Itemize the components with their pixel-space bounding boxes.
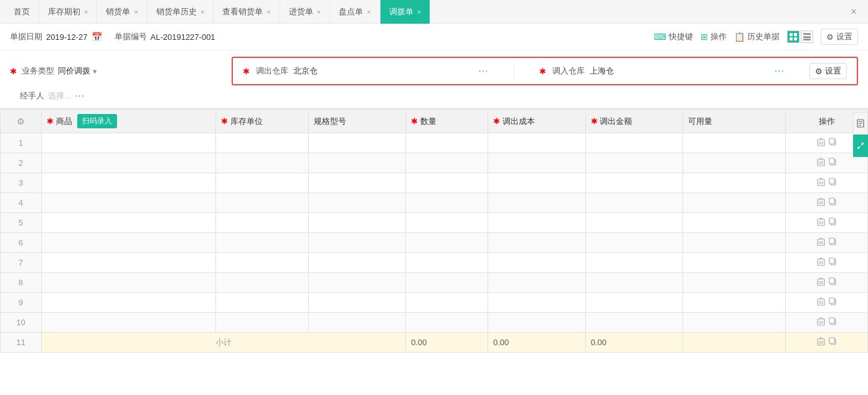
tab-home[interactable]: 首页 — [5, 0, 39, 24]
delete-icon-2[interactable] — [817, 158, 825, 168]
row-unit-10[interactable] — [216, 313, 308, 333]
row-qty-9[interactable] — [406, 293, 488, 313]
row-cost-1[interactable] — [488, 133, 586, 153]
delete-icon-1[interactable] — [817, 138, 825, 148]
delete-icon-4[interactable] — [817, 198, 825, 208]
float-expand-button[interactable] — [853, 135, 868, 157]
row-amount-5[interactable] — [585, 213, 683, 233]
row-product-1[interactable] — [41, 133, 215, 153]
row-unit-1[interactable] — [216, 133, 308, 153]
tab-purchase-order[interactable]: 进货单 × — [280, 0, 330, 24]
tab-close-purchase[interactable]: × — [317, 8, 321, 16]
delete-icon-6[interactable] — [817, 237, 825, 248]
row-unit-8[interactable] — [216, 273, 308, 293]
tab-close-sales-history[interactable]: × — [200, 8, 204, 16]
row-amount-6[interactable] — [585, 233, 683, 253]
person-more[interactable]: ··· — [75, 90, 85, 102]
row-cost-2[interactable] — [488, 153, 586, 173]
row-spec-5[interactable] — [308, 213, 406, 233]
row-amount-10[interactable] — [585, 313, 683, 333]
history-button[interactable]: 📋 历史单据 — [734, 31, 780, 42]
row-available-9[interactable] — [683, 293, 786, 313]
delete-icon-9[interactable] — [817, 297, 825, 308]
copy-icon-2[interactable] — [829, 158, 837, 168]
row-qty-1[interactable] — [406, 133, 488, 153]
copy-icon-10[interactable] — [829, 317, 837, 328]
table-gear-icon[interactable]: ⚙ — [17, 117, 25, 126]
tab-close-stocktake[interactable]: × — [367, 8, 370, 16]
row-amount-1[interactable] — [585, 133, 683, 153]
row-qty-10[interactable] — [406, 313, 488, 333]
row-unit-6[interactable] — [216, 233, 308, 253]
tab-view-sales[interactable]: 查看销货单 × — [214, 0, 280, 24]
subtotal-copy-icon[interactable] — [829, 337, 837, 348]
row-unit-4[interactable] — [216, 193, 308, 213]
copy-icon-6[interactable] — [829, 237, 837, 248]
row-product-9[interactable] — [41, 293, 215, 313]
row-cost-5[interactable] — [488, 213, 586, 233]
copy-icon-7[interactable] — [829, 257, 837, 268]
row-cost-4[interactable] — [488, 193, 586, 213]
row-unit-3[interactable] — [216, 173, 308, 193]
delete-icon-8[interactable] — [817, 277, 825, 288]
shortcut-button[interactable]: ⌨ 快捷键 — [654, 31, 693, 42]
tab-close-view-sales[interactable]: × — [267, 8, 270, 16]
row-cost-6[interactable] — [488, 233, 586, 253]
row-qty-4[interactable] — [406, 193, 488, 213]
row-product-3[interactable] — [41, 173, 215, 193]
row-qty-5[interactable] — [406, 213, 488, 233]
person-select[interactable]: 选择... — [48, 90, 71, 102]
delete-icon-3[interactable] — [817, 178, 825, 188]
row-available-10[interactable] — [683, 313, 786, 333]
row-product-6[interactable] — [41, 233, 215, 253]
row-spec-6[interactable] — [308, 233, 406, 253]
tab-close-sales-order[interactable]: × — [134, 8, 138, 16]
warehouse-in-more[interactable]: ··· — [775, 65, 785, 77]
row-amount-2[interactable] — [585, 153, 683, 173]
row-product-8[interactable] — [41, 273, 215, 293]
copy-icon-3[interactable] — [829, 178, 837, 188]
tab-stocktake[interactable]: 盘点单 × — [330, 0, 380, 24]
row-spec-1[interactable] — [308, 133, 406, 153]
row-available-7[interactable] — [683, 253, 786, 273]
scan-button[interactable]: 扫码录入 — [77, 114, 117, 128]
window-close-button[interactable]: × — [844, 0, 863, 24]
row-available-5[interactable] — [683, 213, 786, 233]
row-qty-6[interactable] — [406, 233, 488, 253]
delete-icon-7[interactable] — [817, 257, 825, 268]
business-type-dropdown[interactable]: 同价调拨 ▾ — [58, 65, 97, 77]
row-available-4[interactable] — [683, 193, 786, 213]
delete-icon-5[interactable] — [817, 217, 825, 228]
delete-icon-10[interactable] — [817, 317, 825, 328]
tab-sales-order[interactable]: 销货单 × — [97, 0, 147, 24]
layout-btn-1[interactable] — [787, 31, 800, 43]
row-spec-7[interactable] — [308, 253, 406, 273]
row-amount-4[interactable] — [585, 193, 683, 213]
subtotal-delete-icon[interactable] — [817, 337, 825, 348]
row-available-1[interactable] — [683, 133, 786, 153]
settings-button[interactable]: ⚙ 设置 — [821, 29, 858, 45]
row-amount-9[interactable] — [585, 293, 683, 313]
box-settings-button[interactable]: ⚙ 设置 — [809, 63, 847, 79]
row-spec-3[interactable] — [308, 173, 406, 193]
tab-sales-history[interactable]: 销货单历史 × — [148, 0, 214, 24]
operation-button[interactable]: ⊞ 操作 — [701, 31, 727, 42]
row-available-3[interactable] — [683, 173, 786, 193]
tab-close-transfer[interactable]: × — [417, 8, 421, 16]
row-spec-2[interactable] — [308, 153, 406, 173]
tab-inventory-init[interactable]: 库存期初 × — [39, 0, 97, 24]
row-cost-9[interactable] — [488, 293, 586, 313]
row-amount-8[interactable] — [585, 273, 683, 293]
row-amount-7[interactable] — [585, 253, 683, 273]
row-qty-7[interactable] — [406, 253, 488, 273]
row-spec-9[interactable] — [308, 293, 406, 313]
row-cost-8[interactable] — [488, 273, 586, 293]
row-available-6[interactable] — [683, 233, 786, 253]
row-unit-5[interactable] — [216, 213, 308, 233]
tab-close-inventory-init[interactable]: × — [84, 8, 88, 16]
row-unit-9[interactable] — [216, 293, 308, 313]
row-unit-7[interactable] — [216, 253, 308, 273]
row-cost-3[interactable] — [488, 173, 586, 193]
copy-icon-4[interactable] — [829, 198, 837, 208]
copy-icon-5[interactable] — [829, 217, 837, 228]
